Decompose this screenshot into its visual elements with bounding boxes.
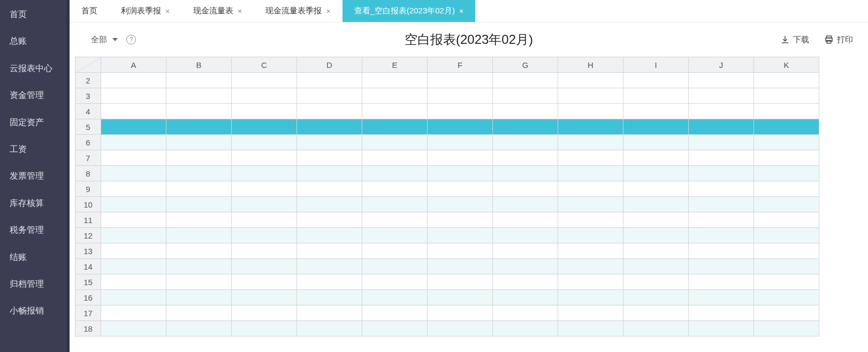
cell[interactable] — [166, 243, 232, 259]
sidebar-item-expense[interactable]: 小畅报销 — [0, 297, 70, 324]
cell[interactable] — [232, 197, 297, 212]
column-header[interactable]: J — [689, 57, 754, 73]
cell[interactable] — [166, 305, 232, 321]
cell[interactable] — [297, 181, 362, 197]
cell[interactable] — [297, 228, 362, 243]
cell[interactable] — [428, 228, 493, 243]
cell[interactable] — [232, 88, 297, 104]
cell[interactable] — [754, 104, 819, 119]
cell[interactable] — [166, 274, 232, 290]
cell[interactable] — [101, 104, 166, 119]
sidebar-item-tax[interactable]: 税务管理 — [0, 217, 70, 243]
cell[interactable] — [362, 197, 428, 212]
cell[interactable] — [493, 321, 558, 336]
column-header[interactable]: A — [101, 57, 166, 73]
cell[interactable] — [493, 259, 558, 274]
cell[interactable] — [166, 259, 232, 274]
cell[interactable] — [101, 181, 166, 197]
cell[interactable] — [362, 228, 428, 243]
cell[interactable] — [493, 166, 558, 181]
cell[interactable] — [362, 181, 428, 197]
cell[interactable] — [689, 197, 754, 212]
row-header[interactable]: 10 — [75, 197, 101, 212]
cell[interactable] — [101, 259, 166, 274]
cell[interactable] — [428, 290, 493, 305]
row-header[interactable]: 11 — [75, 212, 101, 228]
help-icon[interactable]: ? — [126, 35, 136, 44]
cell[interactable] — [754, 88, 819, 104]
sidebar-item-ledger[interactable]: 总账 — [0, 28, 70, 55]
cell[interactable] — [101, 243, 166, 259]
cell[interactable] — [297, 88, 362, 104]
cell[interactable] — [297, 274, 362, 290]
cell[interactable] — [362, 135, 428, 150]
cell[interactable] — [166, 104, 232, 119]
cell[interactable] — [232, 73, 297, 88]
cell[interactable] — [493, 274, 558, 290]
print-button[interactable]: 打印 — [824, 35, 853, 45]
row-header[interactable]: 18 — [75, 321, 101, 336]
cell[interactable] — [558, 104, 623, 119]
column-header[interactable]: D — [297, 57, 362, 73]
cell[interactable] — [558, 290, 623, 305]
cell[interactable] — [428, 321, 493, 336]
cell[interactable] — [101, 197, 166, 212]
cell[interactable] — [232, 259, 297, 274]
sidebar-item-inventory[interactable]: 库存核算 — [0, 190, 70, 217]
cell[interactable] — [493, 243, 558, 259]
cell[interactable] — [428, 274, 493, 290]
cell[interactable] — [754, 212, 819, 228]
cell[interactable] — [558, 150, 623, 166]
cell[interactable] — [493, 73, 558, 88]
cell[interactable] — [362, 88, 428, 104]
cell[interactable] — [232, 290, 297, 305]
tab-home[interactable]: 首页 — [70, 0, 109, 22]
cell[interactable] — [428, 197, 493, 212]
cell[interactable] — [297, 150, 362, 166]
cell[interactable] — [689, 321, 754, 336]
cell[interactable] — [101, 150, 166, 166]
cell[interactable] — [754, 290, 819, 305]
cell[interactable] — [101, 166, 166, 181]
cell[interactable] — [689, 290, 754, 305]
cell[interactable] — [362, 274, 428, 290]
close-icon[interactable]: × — [165, 7, 170, 16]
sidebar-item-archive[interactable]: 归档管理 — [0, 271, 70, 297]
cell[interactable] — [689, 135, 754, 150]
row-header[interactable]: 17 — [75, 305, 101, 321]
cell[interactable] — [428, 88, 493, 104]
cell[interactable] — [297, 104, 362, 119]
cell[interactable] — [493, 181, 558, 197]
cell[interactable] — [689, 181, 754, 197]
row-header[interactable]: 16 — [75, 290, 101, 305]
cell[interactable] — [166, 166, 232, 181]
row-header[interactable]: 13 — [75, 243, 101, 259]
spreadsheet[interactable]: ABCDEFGHIJK23456789101112131415161718 — [70, 57, 868, 352]
filter-dropdown[interactable]: 全部 ? — [91, 35, 136, 45]
cell[interactable] — [558, 197, 623, 212]
cell[interactable] — [232, 243, 297, 259]
cell[interactable] — [232, 135, 297, 150]
cell[interactable] — [558, 119, 623, 135]
row-header[interactable]: 9 — [75, 181, 101, 197]
cell[interactable] — [558, 243, 623, 259]
cell[interactable] — [493, 228, 558, 243]
cell[interactable] — [623, 73, 689, 88]
cell[interactable] — [623, 88, 689, 104]
cell[interactable] — [166, 135, 232, 150]
cell[interactable] — [558, 73, 623, 88]
cell[interactable] — [101, 212, 166, 228]
cell[interactable] — [232, 212, 297, 228]
cell[interactable] — [232, 150, 297, 166]
cell[interactable] — [623, 166, 689, 181]
cell[interactable] — [362, 119, 428, 135]
cell[interactable] — [623, 259, 689, 274]
sidebar-item-fixed-assets[interactable]: 固定资产 — [0, 109, 70, 136]
column-header[interactable]: K — [754, 57, 819, 73]
cell[interactable] — [623, 197, 689, 212]
corner-cell[interactable] — [75, 57, 101, 73]
cell[interactable] — [493, 197, 558, 212]
cell[interactable] — [428, 119, 493, 135]
cell[interactable] — [689, 212, 754, 228]
cell[interactable] — [297, 259, 362, 274]
